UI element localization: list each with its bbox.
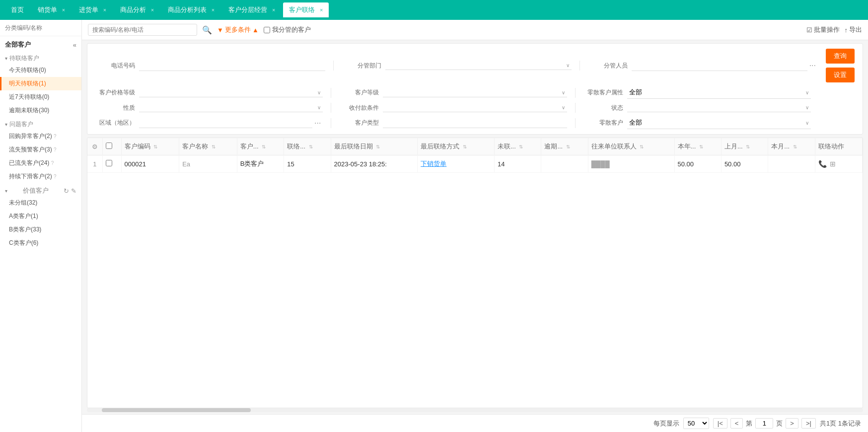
region-dots-icon[interactable]: ··· xyxy=(312,119,323,128)
chevron-down-icon: ∨ xyxy=(566,63,570,68)
dept-select[interactable]: ∨ xyxy=(385,61,572,70)
nav-item-purchase[interactable]: 进货单 × xyxy=(73,2,112,17)
action-phone-icon[interactable]: 📞 xyxy=(818,160,827,168)
sort-icon[interactable]: ⇅ xyxy=(746,144,750,149)
prev-page-button[interactable]: < xyxy=(730,418,743,429)
sort-icon[interactable]: ⇅ xyxy=(463,144,467,149)
row-checkbox[interactable] xyxy=(106,160,112,166)
action-grid-icon[interactable]: ⊞ xyxy=(830,160,836,168)
customer-type-input[interactable] xyxy=(383,118,567,128)
scrollbar-thumb[interactable] xyxy=(102,408,251,412)
nav-item-analysis-list[interactable]: 商品分析列表 × xyxy=(162,2,220,17)
customer-table: ⚙ 客户编码 ⇅ 客户名称 ⇅ 客户... ⇅ 联络... ⇅ 最后联络日期 ⇅… xyxy=(87,138,863,173)
nav-item-customer-tier[interactable]: 客户分层经营 × xyxy=(222,2,281,17)
sort-icon[interactable]: ⇅ xyxy=(640,144,644,149)
nav-item-home[interactable]: 首页 xyxy=(5,2,30,17)
sidebar-item-declining[interactable]: 持续下滑客户(2) ? xyxy=(0,170,81,183)
sidebar-item-overdue[interactable]: 逾期未联络(30) xyxy=(0,104,81,117)
search-input[interactable] xyxy=(88,24,197,36)
top-nav: 首页 销货单 × 进货单 × 商品分析 × 商品分析列表 × 客户分层经营 × … xyxy=(0,0,868,20)
last-page-button[interactable]: >| xyxy=(801,418,816,429)
pagination: |< < 第 页 > >| xyxy=(713,418,816,429)
sidebar-item-c-class[interactable]: C类客户(6) xyxy=(0,236,81,250)
retail-attr-select[interactable]: 全部 ∨ xyxy=(627,86,811,99)
status-label: 状态 xyxy=(583,104,623,112)
sidebar-search-input[interactable] xyxy=(5,24,79,31)
phone-input[interactable] xyxy=(139,61,325,71)
set-button[interactable]: 设置 xyxy=(826,68,855,82)
table-settings-icon[interactable]: ⚙ xyxy=(92,143,98,150)
close-icon[interactable]: × xyxy=(62,7,65,13)
sidebar-item-warning[interactable]: 流失预警客户(3) ? xyxy=(0,143,81,156)
nav-item-sales[interactable]: 销货单 × xyxy=(32,2,71,17)
refresh-icon[interactable]: ↻ xyxy=(64,187,69,195)
horizontal-scrollbar[interactable] xyxy=(87,408,863,412)
price-level-select[interactable]: ∨ xyxy=(139,88,323,97)
sidebar-item-today[interactable]: 今天待联络(0) xyxy=(0,64,81,77)
more-conditions-button[interactable]: ▼ 更多条件 ▲ xyxy=(217,25,259,34)
sidebar-item-a-class[interactable]: A类客户(1) xyxy=(0,210,81,223)
per-page-select[interactable]: 50 100 200 xyxy=(683,418,709,429)
filter-field-payment: 收付款条件 ∨ xyxy=(339,103,567,112)
nav-item-analysis[interactable]: 商品分析 × xyxy=(114,2,160,17)
batch-op-button[interactable]: ☑ 批量操作 xyxy=(806,25,840,34)
last-method-link[interactable]: 下销货单 xyxy=(421,160,446,167)
export-icon: ↑ xyxy=(845,26,848,34)
export-button[interactable]: ↑ 导出 xyxy=(845,25,863,34)
status-select[interactable]: ∨ xyxy=(627,103,811,112)
edit-icon[interactable]: ✎ xyxy=(71,187,76,195)
sort-icon[interactable]: ⇅ xyxy=(376,144,380,149)
sidebar-item-7days[interactable]: 近7天待联络(0) xyxy=(0,90,81,104)
sort-icon[interactable]: ⇅ xyxy=(566,144,570,149)
close-icon[interactable]: × xyxy=(272,7,275,13)
nature-label: 性质 xyxy=(95,104,135,112)
person-input[interactable] xyxy=(632,61,807,71)
payment-select[interactable]: ∨ xyxy=(383,103,567,112)
nature-select[interactable]: ∨ xyxy=(139,103,323,112)
retail-customer-select[interactable]: 全部 ∨ xyxy=(627,117,811,129)
sort-icon[interactable]: ⇅ xyxy=(212,144,216,149)
select-all-checkbox[interactable] xyxy=(106,143,112,149)
nav-item-customer-contact[interactable]: 客户联络 × xyxy=(283,2,329,17)
person-dots-icon[interactable]: ··· xyxy=(807,61,818,70)
query-button[interactable]: 查询 xyxy=(826,49,855,64)
sidebar-item-tomorrow[interactable]: 明天待联络(1) xyxy=(0,77,81,90)
collapse-icon[interactable]: « xyxy=(73,41,76,49)
sort-icon[interactable]: ⇅ xyxy=(699,144,703,149)
customer-level-label: 客户等级 xyxy=(339,88,379,97)
th-uncontacted: 未联... ⇅ xyxy=(494,138,541,155)
phone-label: 电话号码 xyxy=(95,62,135,70)
total-records: 共1页 1条记录 xyxy=(820,419,861,428)
filter-field-nature: 性质 ∨ xyxy=(95,103,323,112)
customer-level-select[interactable]: ∨ xyxy=(383,88,567,97)
sort-icon[interactable]: ⇅ xyxy=(262,144,266,149)
close-icon[interactable]: × xyxy=(320,7,323,13)
close-icon[interactable]: × xyxy=(151,7,154,13)
my-customers-checkbox[interactable] xyxy=(264,27,270,33)
sidebar-item-b-class[interactable]: B类客户(33) xyxy=(0,223,81,236)
next-page-button[interactable]: > xyxy=(786,418,798,429)
sidebar-item-ungrouped[interactable]: 未分组(32) xyxy=(0,196,81,210)
checkbox-col-header xyxy=(102,138,121,155)
filter-field-customer-type: 客户类型 xyxy=(339,118,567,128)
sort-icon[interactable]: ⇅ xyxy=(793,144,797,149)
th-last-date: 最后联络日期 ⇅ xyxy=(331,138,418,155)
row-action: 📞 ⊞ xyxy=(815,155,862,173)
first-page-button[interactable]: |< xyxy=(713,418,727,429)
sort-icon[interactable]: ⇅ xyxy=(309,144,313,149)
sidebar-item-lost[interactable]: 已流失客户(24) ? xyxy=(0,156,81,170)
search-button[interactable]: 🔍 xyxy=(202,25,212,35)
region-input[interactable] xyxy=(139,118,312,128)
my-customers-checkbox-label[interactable]: 我分管的客户 xyxy=(264,25,311,34)
close-icon[interactable]: × xyxy=(103,7,106,13)
filter-row-4: 区域（地区） ··· 客户类型 零散客户 全部 ∨ xyxy=(95,117,855,129)
th-type: 客户... ⇅ xyxy=(237,138,284,155)
close-icon[interactable]: × xyxy=(212,7,215,13)
sort-icon[interactable]: ⇅ xyxy=(153,144,157,149)
filter-row-2: 客户价格等级 ∨ 客户等级 ∨ 零散客户属性 全部 xyxy=(95,86,855,99)
page-number-input[interactable] xyxy=(755,418,773,429)
sort-icon[interactable]: ⇅ xyxy=(519,144,523,149)
filter-row-3: 性质 ∨ 收付款条件 ∨ 状态 ∨ xyxy=(95,103,855,113)
sidebar-item-abnormal[interactable]: 回购异常客户(2) ? xyxy=(0,130,81,143)
settings-col-header: ⚙ xyxy=(87,138,102,155)
